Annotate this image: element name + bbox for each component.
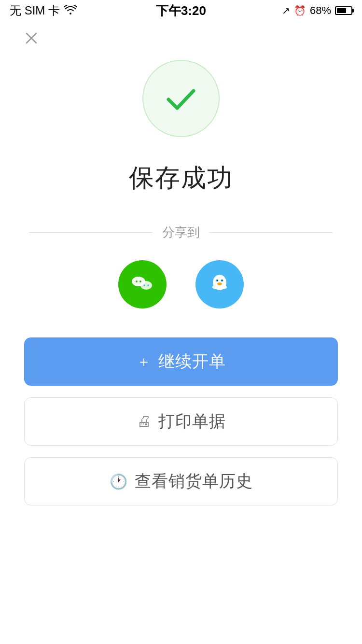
- success-title: 保存成功: [129, 161, 233, 195]
- svg-point-5: [139, 280, 141, 282]
- wifi-icon: [64, 4, 77, 17]
- svg-point-16: [212, 286, 216, 289]
- plus-icon: ＋: [137, 352, 152, 372]
- battery-percent: 68%: [310, 4, 331, 17]
- svg-point-17: [223, 286, 227, 289]
- action-buttons: ＋ 继续开单 🖨 打印单据 🕐 查看销货单历史: [0, 337, 362, 505]
- svg-point-13: [217, 280, 218, 281]
- continue-order-button[interactable]: ＋ 继续开单: [24, 337, 338, 386]
- location-icon: ↗: [282, 5, 290, 16]
- status-time: 下午3:20: [156, 2, 206, 19]
- print-label: 打印单据: [158, 410, 226, 433]
- svg-point-10: [215, 276, 224, 287]
- alarm-icon: ⏰: [294, 5, 306, 16]
- printer-icon: 🖨: [137, 413, 152, 430]
- sim-status: 无 SIM 卡: [10, 3, 60, 18]
- divider-line-right: [209, 232, 333, 233]
- wechat-share-button[interactable]: [118, 260, 167, 308]
- continue-order-label: 继续开单: [158, 350, 226, 373]
- svg-point-7: [147, 284, 149, 286]
- print-button[interactable]: 🖨 打印单据: [24, 397, 338, 446]
- status-bar: 无 SIM 卡 下午3:20 ↗ ⏰ 68%: [0, 0, 362, 21]
- share-label: 分享到: [153, 224, 209, 241]
- checkmark-icon: [162, 79, 200, 118]
- view-history-label: 查看销货单历史: [135, 470, 253, 492]
- main-content: 保存成功 分享到: [0, 21, 362, 505]
- svg-point-4: [136, 280, 138, 282]
- battery-icon: [335, 6, 352, 15]
- divider-line-left: [29, 232, 153, 233]
- view-history-button[interactable]: 🕐 查看销货单历史: [24, 457, 338, 505]
- status-left: 无 SIM 卡: [10, 3, 77, 18]
- svg-point-3: [140, 281, 152, 290]
- status-right: ↗ ⏰ 68%: [282, 4, 352, 17]
- share-section: 分享到: [0, 224, 362, 308]
- svg-point-14: [222, 280, 223, 281]
- svg-point-15: [217, 282, 222, 285]
- success-icon-circle: [142, 60, 220, 137]
- share-icons-row: [118, 260, 244, 308]
- qq-share-button[interactable]: [195, 260, 244, 308]
- qq-icon: [206, 271, 233, 298]
- clock-icon: 🕐: [110, 473, 128, 490]
- close-button[interactable]: [19, 26, 43, 50]
- svg-point-6: [143, 284, 145, 286]
- wechat-icon: [129, 271, 156, 298]
- share-divider: 分享到: [0, 224, 362, 241]
